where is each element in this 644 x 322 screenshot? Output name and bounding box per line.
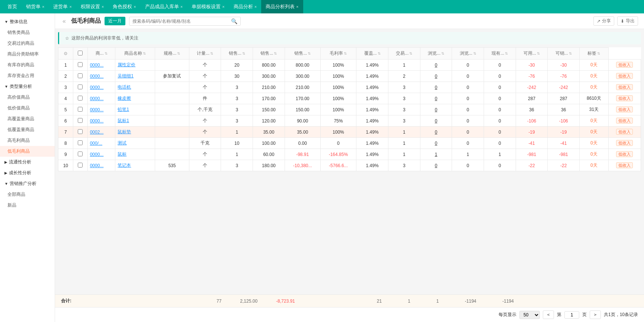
nav-product-analysis[interactable]: 商品分析 × <box>229 0 261 13</box>
row-checkbox-cell[interactable] <box>73 127 87 138</box>
nav-product-in[interactable]: 产品成品入库单 × <box>141 0 187 13</box>
row-checkbox-cell[interactable] <box>73 149 87 160</box>
select-all-checkbox[interactable] <box>78 51 83 55</box>
col-avail[interactable]: 可用...⇅ <box>516 48 548 60</box>
sort-icon[interactable]: ⇅ <box>473 51 476 55</box>
row-name[interactable]: 鼠标1 <box>115 115 155 127</box>
sort-icon[interactable]: ⇅ <box>378 51 381 55</box>
row-checkbox[interactable] <box>78 118 83 123</box>
close-icon[interactable]: × <box>134 4 136 9</box>
close-icon[interactable]: × <box>42 4 44 9</box>
row-checkbox-cell[interactable] <box>73 71 87 82</box>
trade-link[interactable]: 0 <box>435 163 438 168</box>
row-trade[interactable]: 0 <box>420 60 452 71</box>
row-checkbox-cell[interactable] <box>73 160 87 171</box>
row-checkbox[interactable] <box>78 107 83 112</box>
sort-icon[interactable]: ⇅ <box>274 51 277 55</box>
sidebar-group-type-analysis[interactable]: ▼ 类型量分析 <box>0 81 55 92</box>
sidebar-item-low-profit[interactable]: 低毛利商品 <box>0 146 55 157</box>
next-page-btn[interactable]: ＞ <box>590 310 601 319</box>
row-code[interactable]: 0000... <box>87 93 115 104</box>
row-trade[interactable]: 0 <box>420 93 452 104</box>
nav-role[interactable]: 角色授权 × <box>108 0 140 13</box>
nav-analysis-list[interactable]: 商品分析列表 × <box>261 0 303 13</box>
close-icon[interactable]: × <box>254 4 257 9</box>
row-name[interactable]: 测试 <box>115 138 155 149</box>
row-checkbox-cell[interactable] <box>73 93 87 104</box>
trade-link[interactable]: 0 <box>435 107 438 112</box>
col-checkbox[interactable] <box>73 48 87 60</box>
prev-page-btn[interactable]: ＜ <box>543 310 554 319</box>
row-trade[interactable]: 0 <box>420 82 452 93</box>
sidebar-item-capital[interactable]: 库存资金占用 <box>0 70 55 81</box>
sidebar-item-all-goods[interactable]: 全部商品 <box>0 189 55 200</box>
export-button[interactable]: ⬇ 导出 <box>617 16 638 26</box>
trade-link[interactable]: 0 <box>435 85 438 90</box>
row-name[interactable]: 铅笔1 <box>115 104 155 115</box>
sidebar-item-new-goods[interactable]: 新品 <box>0 200 55 211</box>
col-coverage[interactable]: 覆盖...⇅ <box>356 48 388 60</box>
nav-home[interactable]: 首页 <box>3 0 22 13</box>
row-name[interactable]: 鼠标 <box>115 149 155 160</box>
filter-recent-month[interactable]: 近一月 <box>105 17 125 25</box>
sort-icon[interactable]: ⇅ <box>344 51 347 55</box>
row-checkbox[interactable] <box>78 129 83 134</box>
row-trade[interactable]: 1 <box>420 149 452 160</box>
col-sales-qty[interactable]: 销售...⇅ <box>221 48 253 60</box>
sort-icon[interactable]: ⇅ <box>441 51 444 55</box>
sort-icon[interactable]: ⇅ <box>537 51 540 55</box>
row-name[interactable]: 笔记本 <box>115 160 155 171</box>
sort-icon[interactable]: ⇅ <box>505 51 508 55</box>
sidebar-item-sales-goods[interactable]: 销售类商品 <box>0 27 55 38</box>
trade-link[interactable]: 0 <box>435 130 438 135</box>
sort-icon[interactable]: ⇅ <box>210 51 213 55</box>
row-trade[interactable]: 0 <box>420 127 452 138</box>
sort-icon[interactable]: ⇅ <box>177 51 180 55</box>
row-checkbox-cell[interactable] <box>73 104 87 115</box>
row-checkbox-cell[interactable] <box>73 82 87 93</box>
sidebar-collapse-btn[interactable]: « <box>61 18 67 25</box>
trade-link[interactable]: 1 <box>435 152 438 157</box>
search-icon[interactable]: 🔍 <box>231 18 237 24</box>
col-stock[interactable]: 现有...⇅ <box>484 48 516 60</box>
sort-icon[interactable]: ⇅ <box>242 51 245 55</box>
sidebar-item-high-coverage[interactable]: 高覆盖量商品 <box>0 114 55 124</box>
row-trade[interactable]: 0 <box>420 71 452 82</box>
page-number-input[interactable] <box>564 311 579 319</box>
row-code[interactable]: 0000... <box>87 104 115 115</box>
col-browse1[interactable]: 浏览...⇅ <box>420 48 452 60</box>
trade-link[interactable]: 0 <box>435 74 438 79</box>
row-trade[interactable]: 0 <box>420 104 452 115</box>
row-checkbox[interactable] <box>78 152 83 156</box>
row-code[interactable]: 0000... <box>87 71 115 82</box>
sidebar-item-high-value[interactable]: 高价值商品 <box>0 92 55 103</box>
row-name[interactable]: 电话机 <box>115 82 155 93</box>
col-sales-price[interactable]: 销售...⇅ <box>253 48 285 60</box>
col-days[interactable]: 可销...⇅ <box>548 48 580 60</box>
close-icon[interactable]: × <box>69 4 71 9</box>
trade-link[interactable]: 0 <box>435 118 438 124</box>
row-checkbox-cell[interactable] <box>73 115 87 127</box>
row-checkbox[interactable] <box>78 140 83 145</box>
row-code[interactable]: 000/... <box>87 138 115 149</box>
row-code[interactable]: 0000... <box>87 82 115 93</box>
row-trade[interactable]: 0 <box>420 115 452 127</box>
row-checkbox[interactable] <box>78 62 83 67</box>
col-gross-rate[interactable]: 毛利率⇅ <box>320 48 356 60</box>
sidebar-item-category-rate[interactable]: 商品分类助销率 <box>0 49 55 60</box>
close-icon[interactable]: × <box>296 4 298 9</box>
sidebar-item-high-profit[interactable]: 高毛利商品 <box>0 135 55 146</box>
col-browse2[interactable]: 浏览...⇅ <box>452 48 484 60</box>
row-checkbox[interactable] <box>78 96 83 101</box>
sidebar-group-growth[interactable]: ▶ 成长性分析 <box>0 168 55 178</box>
sort-icon[interactable]: ⇅ <box>308 51 311 55</box>
nav-permissions[interactable]: 权限设置 × <box>76 0 108 13</box>
row-checkbox[interactable] <box>78 85 83 89</box>
row-code[interactable]: 0000... <box>87 60 115 71</box>
sidebar-item-traded-goods[interactable]: 交易过的商品 <box>0 38 55 49</box>
row-code[interactable]: 0000... <box>87 115 115 127</box>
row-code[interactable]: 0000... <box>87 160 115 171</box>
sidebar-item-low-value[interactable]: 低价值商品 <box>0 103 55 114</box>
close-icon[interactable]: × <box>180 4 183 9</box>
search-input[interactable] <box>132 19 231 24</box>
